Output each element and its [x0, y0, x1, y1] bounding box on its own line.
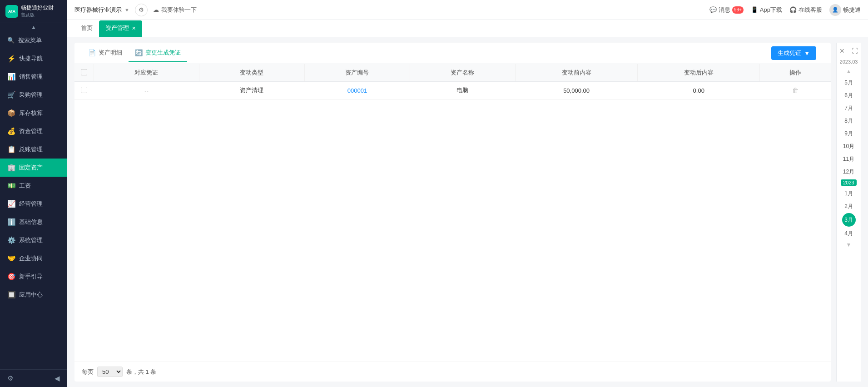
sidebar-footer: ⚙ ◀: [0, 369, 67, 387]
sidebar-item-inventory-label: 库存核算: [19, 109, 43, 117]
sidebar-item-inventory[interactable]: 📦 库存核算: [0, 104, 67, 122]
sidebar-item-enterprise-label: 企业协同: [19, 254, 43, 263]
table-header-checkbox[interactable]: [74, 64, 94, 82]
sidebar-item-purchase[interactable]: 🛒 采购管理: [0, 86, 67, 104]
sidebar-item-payroll[interactable]: 💵 工资: [0, 177, 67, 195]
company-name: 医疗器械行业演示: [74, 6, 122, 14]
quick-nav-icon: ⚡: [7, 55, 15, 63]
sub-tabs: 📄 资产明细 🔄 变更生成凭证 生成凭证 ▼: [74, 43, 831, 64]
panel-expand-icon[interactable]: ⛶: [852, 47, 858, 55]
sub-tab-change-voucher-label: 变更生成凭证: [145, 49, 181, 57]
company-selector[interactable]: 医疗器械行业演示 ▼: [74, 6, 129, 14]
select-all-checkbox[interactable]: [81, 69, 87, 75]
sidebar-item-app-center-label: 应用中心: [19, 291, 43, 299]
month-1[interactable]: 1月: [841, 188, 857, 199]
sidebar-item-search[interactable]: 🔍 搜索菜单: [0, 31, 67, 50]
month-3[interactable]: 3月: [842, 213, 856, 227]
sidebar-scroll-up[interactable]: ▲: [0, 23, 67, 31]
month-7[interactable]: 7月: [841, 102, 857, 114]
month-scroll-up[interactable]: ▲: [844, 66, 853, 76]
sidebar-item-quick-nav[interactable]: ⚡ 快捷导航: [0, 50, 67, 68]
cell-asset-code: 000001: [304, 82, 410, 99]
app-download-icon: 📱: [751, 6, 758, 13]
cell-asset-name: 电脑: [410, 82, 515, 99]
funds-icon: 💰: [7, 127, 15, 135]
sidebar-item-ledger[interactable]: 📋 总账管理: [0, 140, 67, 159]
col-voucher: 对应凭证: [94, 64, 199, 82]
month-8[interactable]: 8月: [841, 115, 857, 127]
row-checkbox[interactable]: [81, 87, 87, 93]
app-center-icon: 🔲: [7, 291, 15, 299]
delete-button[interactable]: 🗑: [792, 87, 799, 94]
sidebar-collapse-icon[interactable]: ◀: [55, 374, 60, 382]
month-6[interactable]: 6月: [841, 89, 857, 101]
customer-service-label: 在线客服: [799, 6, 822, 14]
col-before-content: 变动前内容: [515, 64, 637, 82]
operations-icon: 📈: [7, 200, 15, 208]
sidebar-item-sales[interactable]: 📊 销售管理: [0, 68, 67, 86]
month-4[interactable]: 4月: [841, 228, 857, 239]
year-display: 2023.03: [840, 56, 858, 66]
month-12[interactable]: 12月: [841, 166, 857, 178]
system-icon: ⚙️: [7, 236, 15, 244]
col-action: 操作: [760, 64, 831, 82]
sub-tab-change-voucher[interactable]: 🔄 变更生成凭证: [129, 44, 187, 62]
month-11[interactable]: 11月: [841, 153, 857, 165]
search-icon: 🔍: [7, 37, 15, 44]
asset-list-icon: 📄: [88, 49, 96, 56]
user-profile[interactable]: 👤 畅捷通: [829, 4, 861, 16]
cell-voucher: --: [94, 82, 199, 99]
sidebar-item-basic-info[interactable]: ℹ️ 基础信息: [0, 213, 67, 231]
sub-tab-asset-list[interactable]: 📄 资产明细: [82, 44, 129, 62]
sidebar-item-guide[interactable]: 🎯 新手引导: [0, 268, 67, 286]
fixed-assets-icon: 🏢: [7, 164, 15, 172]
sidebar-item-operations[interactable]: 📈 经营管理: [0, 195, 67, 213]
month-9[interactable]: 9月: [841, 128, 857, 139]
sidebar-item-app-center[interactable]: 🔲 应用中心: [0, 286, 67, 304]
month-10[interactable]: 10月: [841, 140, 857, 152]
data-table: 对应凭证 变动类型 资产编号 资产名称 变动前内容 变动后内容 操作: [74, 64, 831, 99]
sub-tab-asset-list-label: 资产明细: [99, 49, 122, 57]
sidebar-item-guide-label: 新手引导: [19, 273, 43, 281]
sidebar-settings-icon[interactable]: ⚙: [7, 374, 13, 382]
col-change-type: 变动类型: [199, 64, 304, 82]
topbar: 医疗器械行业演示 ▼ ⚙ ☁ 我要体验一下 💬 消息 99+ 📱 App下载: [67, 0, 868, 20]
experience-cloud-icon: ☁: [153, 6, 159, 13]
content-area: 📄 资产明细 🔄 变更生成凭证 生成凭证 ▼: [67, 37, 868, 387]
table-row: -- 资产清理 000001 电脑 50,000.00 0.00 🗑: [74, 82, 831, 99]
sales-icon: 📊: [7, 73, 15, 81]
avatar: 👤: [829, 4, 841, 16]
tab-close-icon[interactable]: ✕: [132, 25, 136, 31]
cell-change-type: 资产清理: [199, 82, 304, 99]
row-checkbox-cell[interactable]: [74, 82, 94, 99]
experience-button[interactable]: ☁ 我要体验一下: [153, 6, 197, 14]
tab-asset-mgmt[interactable]: 资产管理 ✕: [99, 20, 142, 37]
app-name: 畅捷通好业财: [21, 5, 54, 12]
month-5[interactable]: 5月: [841, 77, 857, 89]
col-asset-name: 资产名称: [410, 64, 515, 82]
customer-service-action[interactable]: 🎧 在线客服: [789, 6, 822, 14]
sidebar-nav: ▲ 🔍 搜索菜单 ⚡ 快捷导航 📊 销售管理 🛒 采购管理 📦 库存核算 💰 资…: [0, 23, 67, 369]
app-download-label: App下载: [760, 6, 782, 14]
generate-voucher-dropdown-icon: ▼: [804, 50, 810, 57]
sidebar-item-system[interactable]: ⚙️ 系统管理: [0, 231, 67, 249]
panel-header: ✕ ⛶: [837, 45, 861, 56]
sidebar-item-purchase-label: 采购管理: [19, 91, 43, 99]
customer-service-icon: 🎧: [789, 6, 797, 13]
sidebar-item-funds[interactable]: 💰 资金管理: [0, 122, 67, 140]
app-download-action[interactable]: 📱 App下载: [751, 6, 782, 14]
cell-action[interactable]: 🗑: [760, 82, 831, 99]
topbar-settings-button[interactable]: ⚙: [135, 4, 148, 16]
sidebar-item-enterprise[interactable]: 🤝 企业协同: [0, 249, 67, 268]
sidebar-item-fixed-assets[interactable]: 🏢 固定资产: [0, 159, 67, 177]
month-scroll-down[interactable]: ▼: [844, 240, 853, 250]
payroll-icon: 💵: [7, 182, 15, 190]
generate-voucher-button[interactable]: 生成凭证 ▼: [771, 46, 816, 60]
panel-close-icon[interactable]: ✕: [839, 47, 845, 55]
message-action[interactable]: 💬 消息 99+: [709, 6, 744, 14]
month-2[interactable]: 2月: [841, 200, 857, 212]
tab-home[interactable]: 首页: [74, 20, 99, 37]
sidebar-item-sales-label: 销售管理: [19, 73, 43, 81]
sidebar-item-quick-nav-label: 快捷导航: [19, 55, 43, 63]
per-page-select[interactable]: 50 10 20 100: [97, 367, 123, 377]
